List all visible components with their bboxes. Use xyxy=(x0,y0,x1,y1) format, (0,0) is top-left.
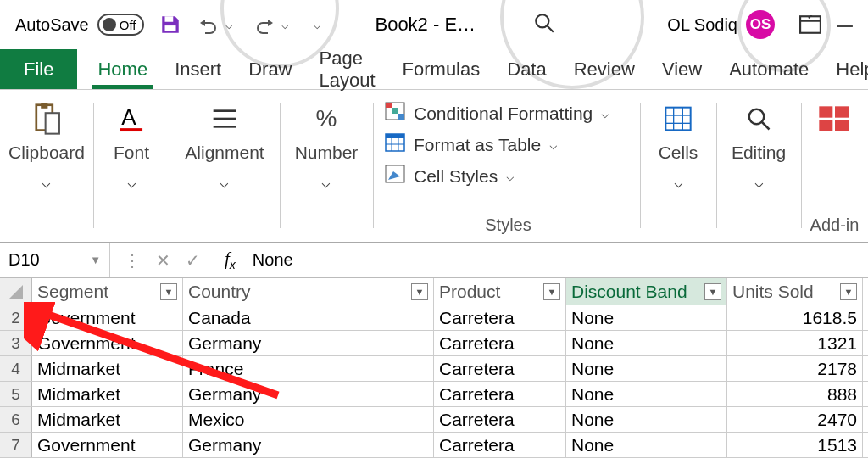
chevron-down-icon[interactable]: ⌵ xyxy=(220,18,237,31)
tab-draw[interactable]: Draw xyxy=(235,49,305,89)
user-name: OL Sodiq xyxy=(667,15,737,35)
autosave-state: Off xyxy=(120,18,136,32)
row-number[interactable]: 7 xyxy=(0,433,32,457)
cell-country[interactable]: Germany xyxy=(183,433,434,457)
conditional-formatting-button[interactable]: Conditional Formatting ⌵ xyxy=(385,102,609,125)
addins-button[interactable] xyxy=(818,102,852,136)
tab-page-layout[interactable]: Page Layout xyxy=(306,49,389,89)
cell-units[interactable]: 1513 xyxy=(727,433,863,457)
cell-discount[interactable]: None xyxy=(566,331,727,355)
cell-segment[interactable]: Government xyxy=(32,305,183,330)
svg-rect-32 xyxy=(835,106,849,117)
cell-units[interactable]: 1321 xyxy=(727,331,863,355)
row-number[interactable]: 4 xyxy=(0,356,32,381)
cells-button[interactable]: Cells ⌵ xyxy=(659,102,698,192)
format-as-table-button[interactable]: Format as Table ⌵ xyxy=(385,133,558,156)
svg-rect-19 xyxy=(386,134,404,138)
number-button[interactable]: % Number ⌵ xyxy=(295,102,359,192)
tab-data[interactable]: Data xyxy=(493,49,559,89)
cell-segment[interactable]: Government xyxy=(32,433,183,457)
column-header-segment[interactable]: Segment ▼ xyxy=(32,278,183,305)
group-number: % Number ⌵ xyxy=(280,90,373,242)
cell-segment[interactable]: Midmarket xyxy=(32,382,183,406)
cell-discount[interactable]: None xyxy=(566,356,727,381)
tab-home[interactable]: Home xyxy=(84,49,161,89)
fx-icon[interactable]: fx xyxy=(214,249,246,271)
ribbon-display-options-icon[interactable] xyxy=(799,15,821,37)
percent-icon: % xyxy=(316,102,337,136)
cell-styles-button[interactable]: Cell Styles ⌵ xyxy=(385,165,515,187)
filter-icon[interactable]: ▼ xyxy=(543,283,560,300)
cell-country[interactable]: Canada xyxy=(183,305,434,330)
row-number[interactable]: 6 xyxy=(0,407,32,432)
autosave-toggle[interactable]: AutoSave Off xyxy=(15,14,144,36)
tab-file[interactable]: File xyxy=(0,49,77,89)
more-icon[interactable]: ⋮ xyxy=(124,250,141,271)
chevron-down-icon: ▼ xyxy=(90,254,101,266)
svg-point-29 xyxy=(749,109,765,125)
account-button[interactable]: OL Sodiq OS xyxy=(667,10,775,39)
cell-product[interactable]: Carretera xyxy=(434,356,566,381)
cell-product[interactable]: Carretera xyxy=(434,407,566,432)
cell-segment[interactable]: Midmarket xyxy=(32,407,183,432)
chevron-down-icon: ⌵ xyxy=(674,173,683,192)
quick-access-more[interactable]: ⌵ xyxy=(309,18,326,31)
cell-discount[interactable]: None xyxy=(566,433,727,457)
tab-view[interactable]: View xyxy=(648,49,715,89)
cell-discount[interactable]: None xyxy=(566,305,727,330)
column-header-product[interactable]: Product ▼ xyxy=(434,278,566,305)
column-header-discount-band[interactable]: Discount Band ▼ xyxy=(566,278,727,305)
header-row: Segment ▼ Country ▼ Product ▼ Discount B… xyxy=(0,278,868,305)
filter-icon[interactable]: ▼ xyxy=(704,283,721,300)
cell-country[interactable]: Germany xyxy=(183,331,434,355)
select-all-button[interactable] xyxy=(0,278,32,305)
document-title: Book2 - E… xyxy=(375,14,476,36)
chevron-down-icon: ⌵ xyxy=(220,173,229,192)
redo-button[interactable]: ⌵ xyxy=(253,14,293,35)
name-box[interactable]: D10 ▼ xyxy=(0,243,110,277)
cell-country[interactable]: Mexico xyxy=(183,407,434,432)
enter-icon[interactable]: ✓ xyxy=(186,250,200,271)
row-number[interactable]: 3 xyxy=(0,331,32,355)
cell-product[interactable]: Carretera xyxy=(434,305,566,330)
clipboard-button[interactable]: Clipboard ⌵ xyxy=(8,102,85,192)
font-button[interactable]: A Font ⌵ xyxy=(114,102,149,192)
minimize-button[interactable]: – xyxy=(837,7,853,40)
cell-units[interactable]: 888 xyxy=(727,382,863,406)
search-icon[interactable] xyxy=(533,12,555,37)
cell-product[interactable]: Carretera xyxy=(434,382,566,406)
filter-icon[interactable]: ▼ xyxy=(840,283,857,300)
tab-review[interactable]: Review xyxy=(560,49,648,89)
cell-discount[interactable]: None xyxy=(566,382,727,406)
ribbon: Clipboard ⌵ A Font ⌵ Alignment ⌵ % Numbe… xyxy=(0,90,868,243)
editing-button[interactable]: Editing ⌵ xyxy=(732,102,786,192)
cell-product[interactable]: Carretera xyxy=(434,433,566,457)
cell-units[interactable]: 2470 xyxy=(727,407,863,432)
tab-help[interactable]: Help xyxy=(822,49,868,89)
undo-button[interactable]: ⌵ xyxy=(197,14,237,35)
tab-automate[interactable]: Automate xyxy=(715,49,822,89)
save-icon[interactable] xyxy=(159,14,181,36)
chevron-down-icon[interactable]: ⌵ xyxy=(276,18,293,31)
cell-country[interactable]: France xyxy=(183,356,434,381)
cancel-icon[interactable]: ✕ xyxy=(156,250,170,271)
row-number[interactable]: 5 xyxy=(0,382,32,406)
find-icon xyxy=(746,102,771,136)
filter-icon[interactable]: ▼ xyxy=(160,283,177,300)
cell-discount[interactable]: None xyxy=(566,407,727,432)
filter-icon[interactable]: ▼ xyxy=(411,283,428,300)
cell-units[interactable]: 2178 xyxy=(727,356,863,381)
cell-product[interactable]: Carretera xyxy=(434,331,566,355)
cell-segment[interactable]: Midmarket xyxy=(32,356,183,381)
column-header-country[interactable]: Country ▼ xyxy=(183,278,434,305)
tab-insert[interactable]: Insert xyxy=(161,49,235,89)
formula-value[interactable]: None xyxy=(246,250,293,270)
alignment-button[interactable]: Alignment ⌵ xyxy=(185,102,264,192)
cell-segment[interactable]: Government xyxy=(32,331,183,355)
column-header-units-sold[interactable]: Units Sold ▼ xyxy=(727,278,863,305)
cell-units[interactable]: 1618.5 xyxy=(727,305,863,330)
tab-formulas[interactable]: Formulas xyxy=(389,49,494,89)
cell-country[interactable]: Germany xyxy=(183,382,434,406)
table-row: 2GovernmentCanadaCarreteraNone1618.5 xyxy=(0,305,868,331)
row-number[interactable]: 2 xyxy=(0,305,32,330)
